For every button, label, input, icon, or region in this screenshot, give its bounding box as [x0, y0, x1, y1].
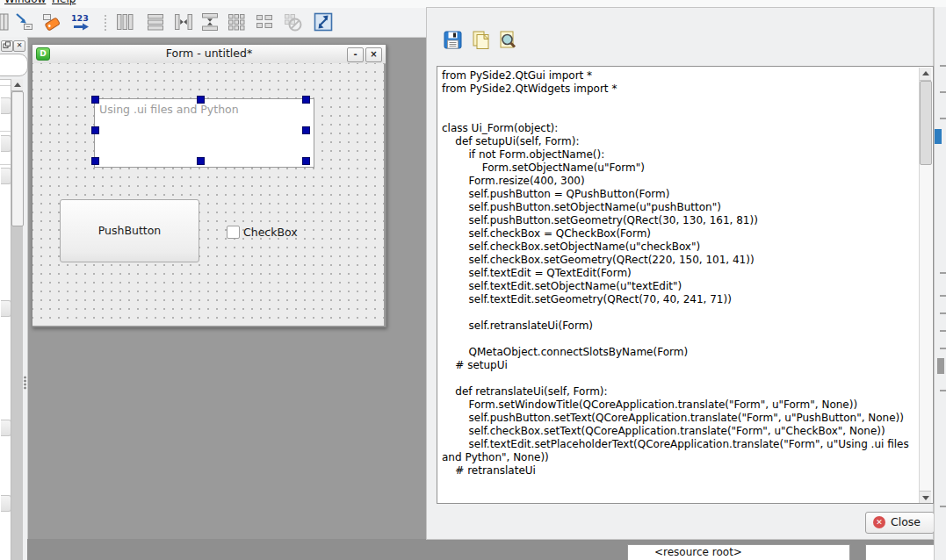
widget-box-scrollbar[interactable]	[11, 79, 23, 560]
break-layout-icon[interactable]	[281, 11, 304, 33]
panel-float-icon[interactable]	[1, 40, 13, 52]
save-icon[interactable]	[442, 29, 464, 51]
layout-vertical-splitter-icon[interactable]	[199, 11, 221, 33]
selection-handle-nw[interactable]	[91, 96, 99, 104]
widget-box-panel: ✕	[0, 37, 28, 560]
edit-signals-slots-icon[interactable]	[12, 11, 35, 33]
scroll-up-icon[interactable]	[11, 79, 23, 91]
menu-item-window[interactable]: Window	[4, 0, 46, 5]
widget-box-list[interactable]	[0, 79, 11, 560]
edit-widgets-icon[interactable]	[0, 11, 11, 33]
find-icon[interactable]	[496, 29, 518, 51]
selection-handle-ne[interactable]	[302, 96, 310, 104]
panel-close-icon[interactable]: ✕	[13, 40, 25, 52]
selection-handle-se[interactable]	[302, 157, 310, 165]
form-close-button[interactable]: ×	[365, 47, 382, 62]
copy-icon[interactable]	[470, 29, 492, 51]
close-x-icon: ✕	[873, 516, 885, 528]
right-dock-panel-sliver	[934, 7, 946, 560]
sliver-selected-row	[935, 129, 942, 144]
panel-splitter-handle[interactable]	[24, 376, 26, 390]
form-window-titlebar[interactable]: D Form - untitled* - ×	[32, 45, 386, 64]
selection-handle-sw[interactable]	[91, 157, 99, 165]
layout-vertically-icon[interactable]	[144, 11, 167, 33]
edit-buddies-icon[interactable]	[40, 11, 63, 33]
generated-python-code[interactable]: from PySide2.QtGui import * from PySide2…	[437, 67, 933, 477]
view-python-code-dialog: from PySide2.QtGui import * from PySide2…	[426, 7, 934, 540]
toolbar-separator	[105, 15, 106, 31]
form-toolbar: 123	[0, 8, 427, 38]
scrollbar-thumb[interactable]	[920, 81, 932, 165]
edit-tab-order-icon[interactable]: 123	[69, 11, 91, 33]
widget-filter-input[interactable]	[0, 54, 28, 76]
form-editor-window: D Form - untitled* - × Using .ui files a…	[32, 44, 386, 327]
layout-horizontal-splitter-icon[interactable]	[172, 11, 195, 33]
qt-designer-window: Window Help 123	[0, 0, 946, 560]
scroll-down-icon[interactable]	[920, 491, 931, 504]
adjust-size-icon[interactable]	[312, 11, 335, 33]
code-text-area[interactable]: from PySide2.QtGui import * from PySide2…	[437, 66, 934, 504]
selection-handle-s[interactable]	[197, 157, 205, 165]
scroll-up-icon[interactable]	[920, 68, 931, 81]
layout-grid-icon[interactable]	[225, 11, 248, 33]
form-canvas[interactable]: Using .ui files and Python PushButton Ch…	[32, 63, 384, 326]
menu-item-help[interactable]: Help	[52, 0, 76, 5]
layout-horizontally-icon[interactable]	[113, 11, 136, 33]
form-minimize-button[interactable]: -	[347, 47, 364, 62]
form-window-title: Form - untitled*	[32, 47, 386, 60]
layout-form-icon[interactable]	[253, 11, 276, 33]
pushbutton-widget[interactable]: PushButton	[60, 199, 199, 262]
selection-handle-n[interactable]	[197, 96, 205, 104]
resource-root-item[interactable]: <resource root>	[627, 544, 850, 560]
selection-handle-e[interactable]	[302, 126, 310, 134]
selection-handle-w[interactable]	[91, 126, 99, 134]
close-button[interactable]: ✕ Close	[865, 512, 935, 534]
code-scrollbar[interactable]	[919, 68, 932, 504]
checkbox-label: CheckBox	[243, 226, 298, 239]
svg-text:123: 123	[71, 13, 89, 23]
checkbox-indicator[interactable]	[227, 226, 240, 239]
resource-preview-pane	[865, 544, 935, 560]
scrollbar-thumb[interactable]	[11, 91, 24, 226]
